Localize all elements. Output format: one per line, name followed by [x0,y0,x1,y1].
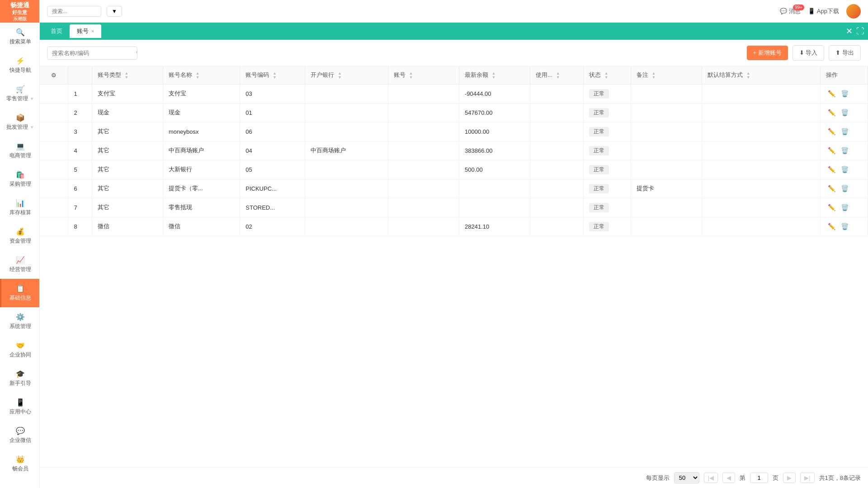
row-gear [40,122,68,141]
add-account-button[interactable]: + 新增账号 [747,46,788,60]
sidebar-item-search[interactable]: 🔍 搜索菜单 [0,23,39,51]
delete-button[interactable]: 🗑️ [839,165,850,174]
row-status: 正常 [584,141,631,160]
delete-button[interactable]: 🗑️ [839,146,850,155]
app-download-button[interactable]: 📱 App下载 [808,7,839,15]
sidebar-item-agreement[interactable]: 🤝 企业协同 [0,336,39,364]
edit-button[interactable]: ✏️ [826,146,837,155]
main-area: ▼ 💬 消息 99+ 📱 App下载 首页 账号 × [40,0,868,488]
delete-button[interactable]: 🗑️ [839,89,850,98]
row-account [388,103,459,122]
delete-button[interactable]: 🗑️ [839,184,850,193]
row-actions: ✏️ 🗑️ [821,160,868,179]
next-page-button[interactable]: ▶ [783,473,796,483]
row-index: 1 [68,84,92,103]
sidebar-item-wholesale[interactable]: 📦 批发管理 ▼ [0,108,39,136]
tab-home[interactable]: 首页 [43,24,70,38]
row-note [631,217,702,236]
prev-page-button[interactable]: ◀ [722,473,735,483]
col-status-header[interactable]: 状态 ▲▼ [584,66,631,84]
sidebar-item-guide[interactable]: 🎓 新手引导 [0,364,39,393]
message-button[interactable]: 💬 消息 99+ [780,7,801,15]
edit-button[interactable]: ✏️ [826,108,837,117]
delete-button[interactable]: 🗑️ [839,203,850,212]
edit-button[interactable]: ✏️ [826,222,837,231]
row-note [631,198,702,217]
row-default [702,141,821,160]
delete-button[interactable]: 🗑️ [839,127,850,136]
table-row: 6 其它 提货卡（零... PICKUPC... 正常 提货卡 ✏️ 🗑️ [40,179,868,198]
sidebar-item-finance[interactable]: 💰 资金管理 [0,222,39,250]
col-default-header[interactable]: 默认结算方式 ▲▼ [702,66,821,84]
sidebar-item-retail[interactable]: 🛒 零售管理 ▼ [0,80,39,108]
row-default [702,217,821,236]
row-type: 其它 [92,179,163,198]
row-actions: ✏️ 🗑️ [821,141,868,160]
row-type: 微信 [92,217,163,236]
sidebar-item-ecommerce[interactable]: 💻 电商管理 [0,136,39,165]
tab-close-all-icon[interactable]: ✕ [846,26,853,36]
sidebar-item-wechat[interactable]: 💬 企业微信 [0,421,39,450]
pagination: 每页显示 50 100 200 |◀ ◀ 第 页 ▶ ▶| 共1页，8条记录 [40,467,868,488]
edit-button[interactable]: ✏️ [826,89,837,98]
row-index: 6 [68,179,92,198]
sidebar-item-purchase[interactable]: 🛍️ 采购管理 [0,165,39,193]
delete-button[interactable]: 🗑️ [839,108,850,117]
table-row: 5 其它 大新银行 05 500.00 正常 ✏️ 🗑️ [40,160,868,179]
col-account-header[interactable]: 账号 ▲▼ [388,66,459,84]
col-balance-header[interactable]: 最新余额 ▲▼ [459,66,530,84]
delete-button[interactable]: 🗑️ [839,222,850,231]
row-default [702,198,821,217]
row-code: 01 [240,103,305,122]
sidebar-item-quicknav[interactable]: ⚡ 快捷导航 [0,51,39,80]
row-use [530,122,584,141]
sidebar-item-inventory[interactable]: 📊 库存核算 [0,193,39,222]
export-button[interactable]: ⬆ 导出 [829,45,861,61]
tab-account[interactable]: 账号 × [70,24,101,38]
app-name: 畅捷通 好生意 乐潮版 [10,1,29,21]
row-code: STORED... [240,198,305,217]
sidebar-item-system[interactable]: ⚙️ 系统管理 [0,307,39,336]
tab-close-icon[interactable]: × [91,28,94,34]
row-use [530,217,584,236]
tab-expand-icon[interactable]: ⛶ [856,27,864,36]
sidebar-item-appcenter[interactable]: 📱 应用中心 [0,393,39,421]
col-bank-header[interactable]: 开户银行 ▲▼ [305,66,388,84]
global-search-input[interactable] [47,6,101,17]
search-button[interactable]: 🔍 [132,47,137,59]
per-page-select[interactable]: 50 100 200 [674,472,699,483]
col-type-header[interactable]: 账号类型 ▲▼ [92,66,163,84]
row-status: 正常 [584,122,631,141]
row-name: 支付宝 [163,84,240,103]
dropdown-button[interactable]: ▼ [107,6,122,17]
header-left: ▼ [47,6,122,17]
row-use [530,84,584,103]
page-number-input[interactable] [750,473,768,483]
row-gear [40,198,68,217]
row-use [530,160,584,179]
sidebar-item-operations[interactable]: 📈 经营管理 [0,250,39,279]
user-avatar[interactable] [846,4,861,19]
row-code: 05 [240,160,305,179]
sidebar-item-basic[interactable]: 📋 基础信息 [0,279,39,307]
import-button[interactable]: ⬇ 导入 [793,45,825,61]
row-account [388,217,459,236]
toolbar: 🔍 + 新增账号 ⬇ 导入 ⬆ 导出 [40,40,868,66]
row-name: 中百商场账户 [163,141,240,160]
edit-button[interactable]: ✏️ [826,203,837,212]
appcenter-icon: 📱 [3,398,38,407]
last-page-button[interactable]: ▶| [800,473,814,483]
col-name-header[interactable]: 账号名称 ▲▼ [163,66,240,84]
edit-button[interactable]: ✏️ [826,165,837,174]
edit-button[interactable]: ✏️ [826,184,837,193]
col-use-header[interactable]: 使用... ▲▼ [530,66,584,84]
col-code-header[interactable]: 账号编码 ▲▼ [240,66,305,84]
account-table: ⚙ 账号类型 ▲▼ 账号名称 ▲▼ 账号编码 ▲▼ [40,66,868,236]
page-label: 第 [740,474,745,482]
col-note-header[interactable]: 备注 ▲▼ [631,66,702,84]
search-input[interactable] [47,47,132,59]
col-settings[interactable]: ⚙ [40,66,68,84]
sidebar-item-member[interactable]: 👑 畅会员 [0,450,39,478]
first-page-button[interactable]: |◀ [704,473,718,483]
edit-button[interactable]: ✏️ [826,127,837,136]
